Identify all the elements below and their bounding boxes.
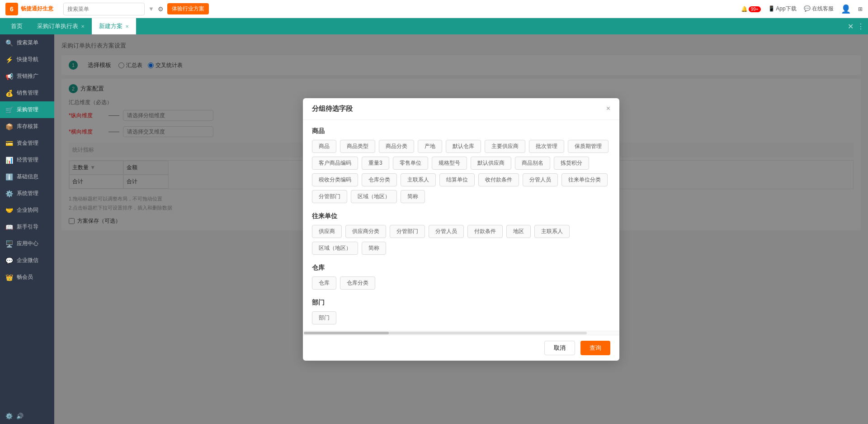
field-tag-area[interactable]: 地区: [506, 225, 531, 238]
sidebar-item-finance[interactable]: 💳 资金管理: [0, 135, 54, 152]
notification-badge: 99+: [749, 6, 761, 12]
field-tag-weight[interactable]: 重量3: [362, 157, 389, 170]
sidebar-item-inventory[interactable]: 📦 库存核算: [0, 118, 54, 135]
sidebar-item-wechat-label: 企业微信: [17, 257, 38, 264]
field-tag-supervisor[interactable]: 分管人员: [523, 173, 558, 186]
modal-cancel-button[interactable]: 取消: [544, 341, 575, 355]
modal-overlay: 分组待选字段 × 商品 商品 商品类型 商品分类 产地 默认仓库 主要供应商: [54, 34, 868, 424]
tab-purchase-close-icon[interactable]: ✕: [81, 24, 85, 29]
sidebar-item-system-label: 系统管理: [17, 190, 38, 197]
field-tag-main-supplier[interactable]: 主要供应商: [485, 140, 525, 153]
online-service-link[interactable]: 💬 在线客服: [804, 5, 834, 13]
user-avatar[interactable]: 👤: [841, 4, 851, 14]
close-all-tabs-icon[interactable]: ✕: [848, 22, 854, 31]
field-tag-warehouse[interactable]: 仓库: [312, 276, 336, 290]
sidebar-item-collab[interactable]: 🤝 企业协同: [0, 202, 54, 219]
sidebar-item-purchase[interactable]: 🛒 采购管理: [0, 101, 54, 118]
field-tag-retail-unit[interactable]: 零售单位: [393, 157, 428, 170]
field-tag-short-name-product[interactable]: 简称: [401, 190, 425, 203]
field-tag-contact-partner[interactable]: 主联系人: [534, 225, 570, 238]
field-tag-product-type[interactable]: 商品类型: [340, 140, 375, 153]
sidebar-item-wechat[interactable]: 💬 企业微信: [0, 252, 54, 269]
dropdown-arrow-icon[interactable]: ▼: [148, 5, 154, 12]
field-tag-payment-cond[interactable]: 付款条件: [467, 225, 503, 238]
field-tags-partner: 供应商 供应商分类 分管部门 分管人员 付款条件 地区 主联系人 区域（地区） …: [312, 225, 610, 255]
message-icon[interactable]: 🔔99+: [741, 6, 761, 12]
field-tag-dept-managed[interactable]: 分管部门: [312, 190, 347, 203]
sidebar-item-system[interactable]: ⚙️ 系统管理: [0, 185, 54, 202]
field-group-warehouse: 仓库 仓库 仓库分类: [312, 264, 610, 290]
field-tag-partner-category[interactable]: 往来单位分类: [561, 173, 608, 186]
field-tag-product[interactable]: 商品: [312, 140, 336, 153]
appcenter-icon: 🖥️: [5, 240, 13, 248]
settings-icon[interactable]: ⚙: [158, 5, 164, 13]
field-tag-pick-points[interactable]: 拣货积分: [554, 157, 589, 170]
sidebar-item-collab-label: 企业协同: [17, 206, 38, 214]
sidebar-item-sales-label: 销售管理: [17, 89, 38, 97]
sidebar-item-appcenter-label: 应用中心: [17, 240, 38, 248]
field-tag-origin[interactable]: 产地: [418, 140, 442, 153]
field-tag-tax-code[interactable]: 税收分类编码: [312, 173, 358, 186]
field-tag-main-contact[interactable]: 主联系人: [401, 173, 436, 186]
sidebar-audio-icon[interactable]: 🔊: [16, 413, 24, 419]
logo-text: 畅捷通好生意: [21, 5, 53, 13]
sidebar-item-inventory-label: 库存核算: [17, 123, 38, 130]
sidebar-item-quicknav[interactable]: ⚡ 快捷导航: [0, 51, 54, 68]
member-icon: 👑: [5, 274, 13, 281]
sidebar-item-appcenter[interactable]: 🖥️ 应用中心: [0, 235, 54, 252]
field-tag-staff-partner[interactable]: 分管人员: [429, 225, 464, 238]
tab-purchase-label: 采购订单执行表: [37, 22, 78, 30]
sidebar-bottom: ⚙️ 🔊: [0, 408, 54, 424]
field-tag-default-supplier[interactable]: 默认供应商: [471, 157, 511, 170]
finance-icon: 💳: [5, 140, 13, 147]
trial-button[interactable]: 体验行业方案: [167, 3, 209, 14]
field-tag-customer-code[interactable]: 客户商品编码: [312, 157, 358, 170]
field-tag-region-partner[interactable]: 区域（地区）: [312, 242, 358, 255]
sidebar-item-operations[interactable]: 📊 经营管理: [0, 152, 54, 168]
field-group-dept: 部门 部门: [312, 299, 610, 324]
tab-home-label: 首页: [11, 22, 23, 30]
tab-menu-icon[interactable]: ⋮: [857, 22, 864, 31]
sidebar-item-basicinfo-label: 基础信息: [17, 173, 38, 181]
field-tag-region-product[interactable]: 区域（地区）: [351, 190, 397, 203]
sidebar-item-member[interactable]: 👑 畅会员: [0, 269, 54, 286]
app-download-link[interactable]: 📱 App下载: [768, 5, 797, 13]
sidebar-item-basicinfo[interactable]: ℹ️ 基础信息: [0, 168, 54, 185]
sidebar-item-search[interactable]: 🔍 搜索菜单: [0, 34, 54, 51]
sidebar-item-guide-label: 新手引导: [17, 223, 38, 231]
field-tag-supplier-category[interactable]: 供应商分类: [345, 225, 386, 238]
tab-new-plan-close-icon[interactable]: ✕: [125, 24, 129, 29]
sidebar-settings-icon[interactable]: ⚙️: [5, 413, 13, 419]
field-tag-shelf-life[interactable]: 保质期管理: [568, 140, 609, 153]
sidebar-item-search-label: 搜索菜单: [17, 39, 38, 47]
field-tag-warehouse-category[interactable]: 仓库分类: [362, 173, 397, 186]
sidebar-item-sales[interactable]: 💰 销售管理: [0, 85, 54, 101]
field-group-warehouse-title: 仓库: [312, 264, 610, 272]
field-tag-product-alias[interactable]: 商品别名: [515, 157, 550, 170]
field-tag-short-name-partner[interactable]: 简称: [362, 242, 386, 255]
search-input[interactable]: [63, 3, 145, 15]
tab-home[interactable]: 首页: [4, 18, 30, 34]
field-tag-default-warehouse[interactable]: 默认仓库: [446, 140, 481, 153]
field-tag-payment-terms[interactable]: 收付款条件: [478, 173, 519, 186]
tab-purchase-order[interactable]: 采购订单执行表 ✕: [30, 18, 92, 34]
sidebar-item-quicknav-label: 快捷导航: [17, 56, 38, 63]
sidebar-item-marketing[interactable]: 📢 营销推广: [0, 68, 54, 85]
field-tag-settlement-unit[interactable]: 结算单位: [439, 173, 475, 186]
field-tag-batch-mgmt[interactable]: 批次管理: [529, 140, 564, 153]
field-tag-spec-model[interactable]: 规格型号: [432, 157, 467, 170]
wechat-icon: 💬: [5, 257, 13, 264]
modal-horizontal-scrollbar[interactable]: [303, 331, 619, 334]
field-tag-dept-partner[interactable]: 分管部门: [390, 225, 425, 238]
modal-confirm-button[interactable]: 查询: [580, 341, 610, 355]
tab-new-plan[interactable]: 新建方案 ✕: [92, 18, 136, 34]
modal-body: 商品 商品 商品类型 商品分类 产地 默认仓库 主要供应商 批次管理 保质期管理…: [303, 120, 619, 331]
sidebar-item-guide[interactable]: 📖 新手引导: [0, 219, 54, 235]
basicinfo-icon: ℹ️: [5, 173, 13, 181]
modal-close-button[interactable]: ×: [606, 105, 610, 113]
field-tag-product-category[interactable]: 商品分类: [379, 140, 414, 153]
field-tag-warehouse-cat[interactable]: 仓库分类: [340, 276, 375, 290]
field-tag-supplier[interactable]: 供应商: [312, 225, 342, 238]
expand-icon[interactable]: ⊞: [858, 6, 863, 12]
field-tag-dept[interactable]: 部门: [312, 311, 336, 324]
